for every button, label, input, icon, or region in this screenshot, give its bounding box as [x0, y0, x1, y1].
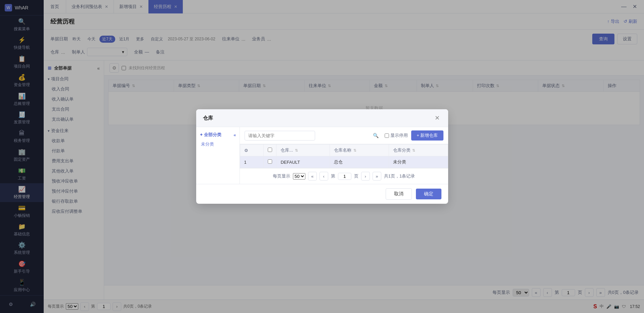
modal-page-label: 第 — [331, 173, 335, 179]
modal-header: 仓库 ✕ — [196, 109, 448, 127]
modal-title: 仓库 — [203, 115, 213, 121]
modal-per-page-select[interactable]: 50 — [293, 173, 305, 180]
modal-page-first[interactable]: « — [308, 172, 317, 181]
modal-page-total: 共1页，1条记录 — [384, 173, 415, 179]
row-code: DEFAULT — [276, 156, 330, 168]
modal-page-next[interactable]: › — [361, 172, 370, 181]
warehouse-modal: 仓库 ✕ ✦ 全部分类 « 未分类 — [196, 109, 448, 204]
modal-pagination: 每页显示 50 « ‹ 第 页 › » 共1页，1条记录 — [240, 168, 448, 184]
table-row[interactable]: 1 DEFAULT 总仓 未分类 — [240, 156, 448, 168]
modal-col-code: 仓库... ⇅ — [276, 145, 330, 156]
modal-page-suffix: 页 — [354, 173, 358, 179]
cancel-button[interactable]: 取消 — [386, 188, 412, 200]
modal-search-icon: 🔍 — [373, 133, 379, 138]
modal-select-all[interactable] — [268, 148, 272, 152]
modal-overlay: 仓库 ✕ ✦ 全部分类 « 未分类 — [0, 0, 644, 313]
row-index: 1 — [240, 156, 264, 168]
modal-left-header: ✦ 全部分类 « — [196, 130, 240, 139]
modal-right-panel: 🔍 显示停用 + 新增仓库 ⚙ — [240, 127, 448, 184]
row-checkbox[interactable] — [268, 159, 272, 164]
add-warehouse-button[interactable]: + 新增仓库 — [411, 130, 443, 141]
gear-icon[interactable]: ⚙ — [244, 148, 248, 153]
modal-toolbar: 🔍 显示停用 + 新增仓库 — [240, 127, 448, 144]
modal-table-container: ⚙ 仓库... ⇅ 仓库名称 ⇅ — [240, 144, 448, 168]
modal-per-page-label: 每页显示 — [273, 173, 290, 179]
modal-table: ⚙ 仓库... ⇅ 仓库名称 ⇅ — [240, 144, 448, 168]
modal-page-last[interactable]: » — [373, 172, 381, 181]
modal-page-input[interactable] — [338, 173, 351, 180]
modal-left-collapse[interactable]: « — [233, 132, 236, 138]
row-category: 未分类 — [389, 156, 448, 168]
modal-search-wrap: 🔍 — [245, 131, 382, 141]
modal-col-name: 仓库名称 ⇅ — [330, 145, 389, 156]
row-checkbox-cell — [264, 156, 276, 168]
modal-all-category-label: ✦ 全部分类 — [200, 132, 222, 138]
show-disabled-checkbox[interactable] — [385, 133, 389, 138]
modal-footer-actions: 取消 确定 — [196, 184, 448, 204]
modal-category-unclassified[interactable]: 未分类 — [196, 139, 240, 149]
modal-body: ✦ 全部分类 « 未分类 🔍 — [196, 127, 448, 184]
show-disabled-label: 显示停用 — [385, 132, 408, 139]
modal-left-panel: ✦ 全部分类 « 未分类 — [196, 127, 240, 184]
row-name: 总仓 — [330, 156, 389, 168]
confirm-button[interactable]: 确定 — [416, 189, 441, 199]
modal-search-input[interactable] — [245, 131, 315, 141]
modal-col-checkbox — [264, 145, 276, 156]
modal-close-btn[interactable]: ✕ — [433, 114, 441, 122]
modal-page-prev[interactable]: ‹ — [319, 172, 328, 181]
modal-col-category: 仓库分类 ⇅ — [389, 145, 448, 156]
modal-col-gear: ⚙ — [240, 145, 264, 156]
